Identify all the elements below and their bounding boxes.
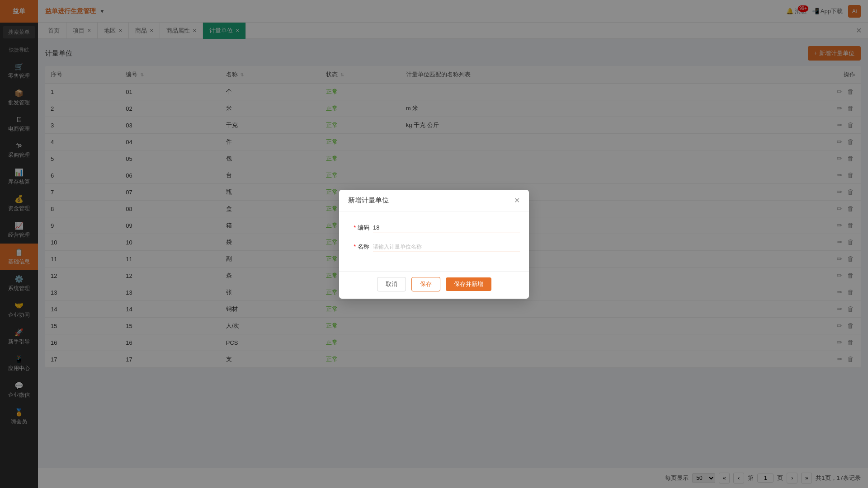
code-label: 编码 bbox=[348, 224, 373, 232]
code-input[interactable] bbox=[373, 222, 520, 233]
modal-title: 新增计量单位 bbox=[348, 196, 389, 205]
add-unit-modal: 新增计量单位 ✕ 编码 名称 取消 保存 保存并新增 bbox=[339, 190, 529, 299]
name-input[interactable] bbox=[373, 241, 520, 252]
name-label: 名称 bbox=[348, 243, 373, 251]
form-row-name: 名称 bbox=[348, 241, 520, 252]
modal-body: 编码 名称 bbox=[339, 211, 529, 271]
modal-header: 新增计量单位 ✕ bbox=[339, 190, 529, 211]
modal-close-button[interactable]: ✕ bbox=[514, 196, 520, 205]
form-row-code: 编码 bbox=[348, 222, 520, 233]
save-and-new-button[interactable]: 保存并新增 bbox=[446, 277, 491, 291]
cancel-button[interactable]: 取消 bbox=[377, 277, 406, 291]
modal-overlay: 新增计量单位 ✕ 编码 名称 取消 保存 保存并新增 bbox=[0, 0, 868, 488]
modal-footer: 取消 保存 保存并新增 bbox=[339, 271, 529, 299]
save-button[interactable]: 保存 bbox=[411, 277, 440, 291]
